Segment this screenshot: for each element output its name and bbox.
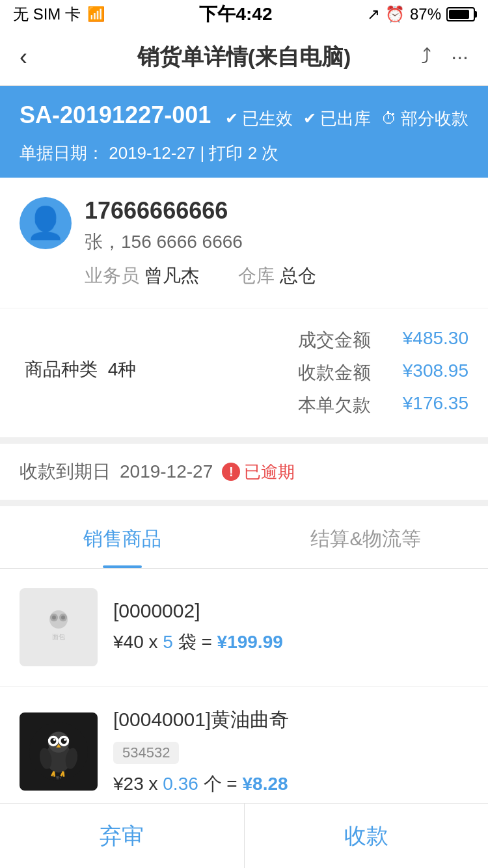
status-active-label: 已生效 [242,107,293,130]
share-icon[interactable]: ⤴ [421,45,431,69]
product-equals-bread: = [201,632,217,652]
product-price-cookie: ¥23 x 0.36 个 = ¥8.28 [113,772,468,796]
customer-name-phone: 张，156 6666 6666 [85,230,468,254]
page-title: 销货单详情(来自电脑) [137,42,351,72]
battery-percent: 87% [410,5,441,23]
customer-info: 17666666666 张，156 6666 6666 业务员 曾凡杰 仓库 总… [85,197,468,288]
status-bar: 无 SIM 卡 📶 下午4:42 ↗ ⏰ 87% [0,0,488,29]
sales-label: 业务员 [85,264,139,288]
tab-products[interactable]: 销售商品 [0,506,244,568]
svg-point-13 [53,739,56,741]
due-date-section: 收款到期日 2019-12-27 ! 已逾期 [0,444,488,506]
product-multiply-sign-cookie: x [149,774,163,794]
avatar: 👤 [20,197,72,249]
warehouse-name: 总仓 [280,264,316,288]
more-icon[interactable]: ··· [451,45,468,69]
product-base-price-bread: ¥40 [113,632,144,652]
due-date-value: 2019-12-27 [120,461,213,482]
alarm-icon: ⏰ [385,5,405,23]
overdue-badge: ! 已逾期 [222,461,295,483]
date-label: 单据日期： [20,143,104,163]
deal-amount-row: 成交金额 ¥485.30 [298,328,468,353]
meta-warehouse: 仓库 总仓 [238,264,316,288]
product-item-cookie: 管+ [00040001]黄油曲奇 534532 ¥23 x 0.36 个 = … [0,687,488,816]
battery-bar [446,7,475,21]
location-icon: ↗ [367,5,380,23]
due-date-label: 收款到期日 [20,459,111,484]
tab-products-label: 销售商品 [83,528,161,549]
status-time: 下午4:42 [199,2,272,27]
svg-line-19 [54,772,55,777]
product-name-bread: [0000002] [113,600,468,622]
svg-point-14 [64,739,66,741]
collected-row: 收款金额 ¥308.95 [298,360,468,385]
warehouse-label: 仓库 [238,264,275,288]
bottom-bar: 弃审 收款 [0,803,488,868]
deal-amount-label: 成交金额 [298,328,371,353]
product-equals-cookie: = [226,774,242,794]
back-button[interactable]: ‹ [20,44,27,71]
product-price-bread: ¥40 x 5 袋 = ¥199.99 [113,630,468,655]
deal-amount-value: ¥485.30 [390,328,468,353]
wifi-icon: 📶 [87,6,105,23]
category-count: 4种 [108,359,137,379]
owed-value: ¥176.35 [390,393,468,418]
product-unit-bread: 袋 [178,632,197,652]
status-shipped-label: 已出库 [320,107,371,130]
check-icon-2: ✔ [303,109,316,128]
collected-label: 收款金额 [298,360,371,385]
product-thumb-bread: 面包 [20,588,98,666]
svg-point-11 [50,738,56,744]
tabs-bar: 销售商品 结算&物流等 [0,506,488,569]
product-total-cookie: ¥8.28 [242,774,288,794]
customer-meta: 业务员 曾凡杰 仓库 总仓 [85,264,468,288]
product-sku-cookie: 534532 [113,742,179,764]
product-info-cookie: [00040001]黄油曲奇 534532 ¥23 x 0.36 个 = ¥8.… [113,707,468,796]
products-list: 面包 [0000002] ¥40 x 5 袋 = ¥199.99 [0,569,488,816]
svg-text:面包: 面包 [52,633,65,640]
tab-settlement[interactable]: 结算&物流等 [244,506,488,568]
status-partial-label: 部分收款 [401,107,468,130]
svg-text:管+: 管+ [56,776,61,780]
category-label: 商品种类 [25,359,98,379]
product-name-cookie: [00040001]黄油曲奇 [113,707,468,733]
svg-point-12 [61,738,67,744]
product-info-bread: [0000002] ¥40 x 5 袋 = ¥199.99 [113,600,468,655]
collect-payment-button[interactable]: 收款 [245,804,489,868]
nav-actions: ⤴ ··· [421,45,468,69]
status-badge-partial: ⏱ 部分收款 [381,107,468,130]
cookie-thumb-icon: 管+ [29,722,88,781]
stats-left: 商品种类 4种 [20,328,244,418]
avatar-icon: 👤 [26,205,65,241]
svg-line-21 [63,772,64,777]
owed-label: 本单欠款 [298,393,371,418]
product-unit-cookie: 个 [204,774,222,794]
svg-point-3 [52,616,56,619]
product-total-bread: ¥199.99 [217,632,283,652]
status-left: 无 SIM 卡 📶 [13,4,105,25]
category-stat: 商品种类 4种 [20,357,244,382]
svg-point-4 [61,616,65,619]
customer-section: 👤 17666666666 张，156 6666 6666 业务员 曾凡杰 仓库… [0,178,488,308]
bread-placeholder-icon: 面包 [33,601,85,653]
product-item-bread: 面包 [0000002] ¥40 x 5 袋 = ¥199.99 [0,569,488,686]
product-multiply-sign-bread: x [149,632,163,652]
status-badge-active: ✔ 已生效 [225,107,293,130]
status-badge-shipped: ✔ 已出库 [303,107,371,130]
clock-icon: ⏱ [381,109,397,128]
header-date: 单据日期： 2019-12-27 | 打印 2 次 [20,142,468,165]
overdue-icon: ! [222,463,240,481]
product-base-price-cookie: ¥23 [113,774,144,794]
product-qty-cookie: 0.36 [163,774,198,794]
stats-section: 商品种类 4种 成交金额 ¥485.30 收款金额 ¥308.95 本单欠款 ¥… [0,308,488,444]
header-top-row: SA-20191227-001 ✔ 已生效 ✔ 已出库 ⏱ 部分收款 [20,102,468,135]
overdue-text: 已逾期 [244,461,295,483]
order-date: 2019-12-27 [109,143,195,163]
carrier-text: 无 SIM 卡 [13,4,81,25]
print-info: | 打印 2 次 [200,143,278,163]
stats-right: 成交金额 ¥485.30 收款金额 ¥308.95 本单欠款 ¥176.35 [244,328,468,418]
abandon-review-button[interactable]: 弃审 [0,804,245,868]
collected-value: ¥308.95 [390,360,468,385]
sales-name: 曾凡杰 [144,264,199,288]
check-icon-1: ✔ [225,109,238,128]
